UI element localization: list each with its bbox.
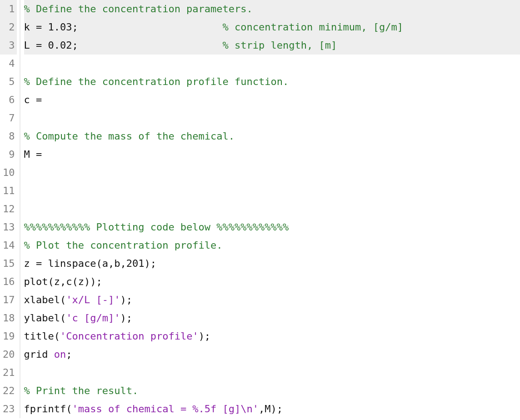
code-line[interactable] bbox=[24, 55, 520, 73]
line-number: 19 bbox=[0, 327, 17, 345]
code-area[interactable]: % Define the concentration parameters.k … bbox=[20, 0, 520, 418]
code-line[interactable] bbox=[24, 364, 520, 382]
code-token: ); bbox=[199, 330, 211, 342]
code-token: L = 0.02; bbox=[24, 40, 223, 51]
code-line[interactable]: k = 1.03; % concentration minimum, [g/m] bbox=[24, 18, 520, 36]
line-number: 23 bbox=[0, 400, 17, 418]
code-token: xlabel( bbox=[24, 294, 66, 305]
code-token: ; bbox=[66, 349, 72, 360]
line-number: 10 bbox=[0, 164, 17, 182]
code-token: c = bbox=[24, 94, 48, 105]
code-token: % Plot the concentration profile. bbox=[24, 240, 223, 251]
code-token: z = linspace(a,b,201); bbox=[24, 258, 156, 269]
line-number: 11 bbox=[0, 182, 17, 200]
code-token: ); bbox=[120, 294, 132, 305]
code-line[interactable]: % Define the concentration profile funct… bbox=[24, 73, 520, 91]
line-number: 5 bbox=[0, 73, 17, 91]
code-token: 'x/L [-]' bbox=[66, 294, 120, 305]
code-line[interactable] bbox=[24, 200, 520, 218]
code-token: ylabel( bbox=[24, 312, 66, 324]
line-number: 12 bbox=[0, 200, 17, 218]
code-line[interactable]: xlabel('x/L [-]'); bbox=[24, 291, 520, 309]
code-token: % Define the concentration profile funct… bbox=[24, 76, 289, 87]
code-line[interactable]: % Define the concentration parameters. bbox=[24, 0, 520, 18]
line-number: 22 bbox=[0, 382, 17, 400]
line-number: 13 bbox=[0, 218, 17, 236]
code-token: %%%%%%%%%%% Plotting code below %%%%%%%%… bbox=[24, 221, 289, 233]
code-token: % concentration minimum, [g/m] bbox=[223, 21, 403, 33]
code-token: M = bbox=[24, 149, 48, 160]
line-number: 9 bbox=[0, 145, 17, 164]
code-line[interactable]: z = linspace(a,b,201); bbox=[24, 255, 520, 273]
code-token: 'Concentration profile' bbox=[60, 330, 199, 342]
code-line[interactable]: ylabel('c [g/m]'); bbox=[24, 309, 520, 327]
code-editor[interactable]: 1234567891011121314151617181920212223 % … bbox=[0, 0, 520, 418]
code-token: title( bbox=[24, 330, 60, 342]
line-number: 21 bbox=[0, 364, 17, 382]
code-line[interactable]: % Print the result. bbox=[24, 382, 520, 400]
line-number: 16 bbox=[0, 273, 17, 291]
line-number: 20 bbox=[0, 345, 17, 364]
code-token: k = 1.03; bbox=[24, 21, 223, 33]
code-line[interactable]: grid on; bbox=[24, 345, 520, 364]
line-number: 14 bbox=[0, 236, 17, 255]
code-line[interactable] bbox=[24, 164, 520, 182]
line-number: 7 bbox=[0, 109, 17, 127]
code-line[interactable]: title('Concentration profile'); bbox=[24, 327, 520, 345]
code-token: % strip length, [m] bbox=[223, 40, 337, 51]
line-number: 6 bbox=[0, 91, 17, 109]
code-token: fprintf( bbox=[24, 403, 72, 415]
code-token: ); bbox=[120, 312, 132, 324]
code-line[interactable] bbox=[24, 109, 520, 127]
line-number: 1 bbox=[0, 0, 17, 18]
line-number: 17 bbox=[0, 291, 17, 309]
line-number: 2 bbox=[0, 18, 17, 36]
code-line[interactable]: c = bbox=[24, 91, 520, 109]
code-line[interactable]: %%%%%%%%%%% Plotting code below %%%%%%%%… bbox=[24, 218, 520, 236]
code-token: % Define the concentration parameters. bbox=[24, 3, 253, 15]
code-token: % Compute the mass of the chemical. bbox=[24, 130, 235, 142]
line-number: 18 bbox=[0, 309, 17, 327]
code-token: % Print the result. bbox=[24, 385, 139, 396]
code-line[interactable]: % Compute the mass of the chemical. bbox=[24, 127, 520, 145]
code-line[interactable]: L = 0.02; % strip length, [m] bbox=[24, 36, 520, 55]
line-number: 4 bbox=[0, 55, 17, 73]
code-line[interactable]: plot(z,c(z)); bbox=[24, 273, 520, 291]
code-token: plot(z,c(z)); bbox=[24, 276, 102, 287]
code-line[interactable]: % Plot the concentration profile. bbox=[24, 236, 520, 255]
code-token: ,M); bbox=[259, 403, 283, 415]
line-number: 15 bbox=[0, 255, 17, 273]
line-number-gutter: 1234567891011121314151617181920212223 bbox=[0, 0, 20, 418]
code-line[interactable] bbox=[24, 182, 520, 200]
code-token: 'c [g/m]' bbox=[66, 312, 120, 324]
code-token: on bbox=[54, 349, 66, 360]
line-number: 3 bbox=[0, 36, 17, 55]
code-token: 'mass of chemical = %.5f [g]\n' bbox=[72, 403, 259, 415]
line-number: 8 bbox=[0, 127, 17, 145]
code-line[interactable]: M = bbox=[24, 145, 520, 164]
code-line[interactable]: fprintf('mass of chemical = %.5f [g]\n',… bbox=[24, 400, 520, 418]
code-token: grid bbox=[24, 349, 54, 360]
